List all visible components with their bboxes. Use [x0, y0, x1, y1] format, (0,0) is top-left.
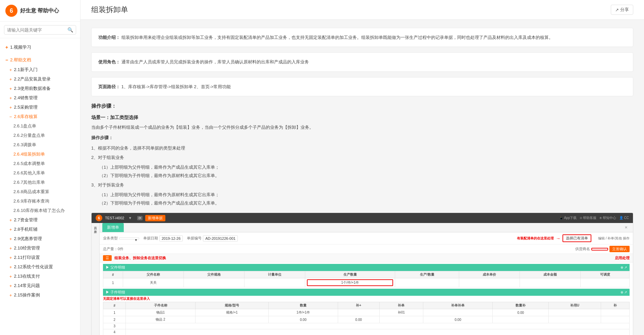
ss-lcell-empty4 [126, 329, 630, 335]
ss-supplier-input[interactable] [591, 248, 608, 250]
scenario1-desc: 当由多个子件材料组装成一个成品的业务为【组装】业务，当由一个父件拆分成多个子产品… [91, 123, 633, 132]
ss-lcol-qty2: 补+ [338, 302, 379, 309]
path-text: 1、库存核算->库存管理->组装拆卸单 2、首页->常用功能 [121, 84, 231, 89]
ss-no-input[interactable]: AD-20191226-001 [203, 235, 238, 241]
ss-lcell-q25 [493, 316, 549, 323]
ss-cell-cost-a [520, 278, 581, 287]
ss-tab-active[interactable]: 新增单 [102, 223, 124, 232]
ss-lower-row-1: 1 物品1 规格/+1 1件/+1件 补01 0.00 [103, 309, 630, 316]
sidebar-leaf-2610[interactable]: 2.6.10库存账本错了怎么办 [0, 206, 80, 215]
plus-icon-22: + [9, 77, 12, 82]
ss-more-btns: 编辑 / 补单/其他 操作 [598, 236, 630, 241]
plus-icon-24: + [9, 96, 12, 101]
share-label: 分享 [620, 7, 629, 13]
sidebar-item-29[interactable]: + 2.9优惠券管理 [0, 234, 80, 243]
ss-toggle-btn[interactable]: ☰ [103, 255, 112, 261]
ss-cell-prod-input[interactable]: 1个/件/+1件 [305, 278, 395, 287]
sidebar-item-215[interactable]: + 2.15操作案例 [0, 290, 80, 300]
sidebar-item-214[interactable]: + 2.14常见问题 [0, 281, 80, 290]
ss-lower-row-2: 2 物品 2 0.00 0.00 0.00 [103, 316, 630, 323]
nav-tree: + 1.视频学习 − 2.帮助文档 + 2.1新手入门 + 2.2产品安装及登录 [0, 38, 80, 335]
scenario1-title: 场景一：加工类型选择 [91, 115, 633, 121]
step-2: 2、对于组装业务 [91, 154, 633, 162]
ss-icons-right: 📱 App下载 ⊙ 帮助客服 ⊕ 帮知中心 👤 CC [559, 216, 629, 220]
dropdown-arrow: ▼ [135, 238, 138, 242]
ss-lcell-n3: 3 [103, 323, 126, 329]
sidebar-item-26[interactable]: − 2.6库存核算 [0, 112, 80, 121]
plus-icon-210: + [9, 246, 12, 251]
role-block: 使用角色： 通常由生产人员或库管人员完成拆装业务的操作，库管人员确认原材料的出库… [91, 52, 633, 71]
search-input[interactable] [7, 27, 67, 33]
sidebar-leaf-266[interactable]: 2.6.6其他入库单 [0, 168, 80, 178]
ss-confirm-btn[interactable]: 立发确认 [609, 246, 630, 252]
sidebar-item-docs-label: 2.帮助文档 [10, 57, 31, 63]
ss-lcell-n2: 2 [103, 316, 126, 323]
sidebar-item-21[interactable]: + 2.1新手入门 [0, 65, 80, 74]
ss-ops-label: 编辑 / 补单/其他 操作 [598, 236, 630, 241]
sidebar-item-211[interactable]: + 2.11打印设置 [0, 253, 80, 262]
sidebar-item-28[interactable]: + 2.8手机旺辅 [0, 225, 80, 234]
sidebar-item-video[interactable]: + 1.视频学习 [0, 42, 80, 52]
ss-new-btn[interactable]: 新增单据 [145, 215, 165, 221]
sidebar-leaf-262[interactable]: 2.6.2分量盘点单 [0, 131, 80, 140]
logo-icon: 6 [5, 5, 17, 17]
sidebar-item-22[interactable]: + 2.2产品安装及登录 [0, 74, 80, 84]
ss-upper-table: # 父件名称 父件规格 计量单位 生产数量 生产/数量 成本单价 成本金额 可调… [103, 271, 630, 287]
ss-lcell-q23 [379, 316, 423, 323]
sidebar-leaf-263[interactable]: 2.6.3调拨单 [0, 140, 80, 150]
sidebar: 6 好生意 帮助中心 🔍 + 1.视频学习 − 2.帮助文档 + 2.1新手入 [0, 0, 80, 335]
ss-col-prod2: 生产/数量 [395, 271, 459, 278]
ss-type-label: 业务类型 [103, 236, 118, 241]
ss-lcell-name1: 物品1 [126, 309, 195, 316]
sidebar-item-docs[interactable]: − 2.帮助文档 [0, 55, 80, 65]
ss-lcell-q1: 1件/+1件 [269, 309, 338, 316]
ss-upper-thead: # 父件名称 父件规格 计量单位 生产数量 生产/数量 成本单价 成本金额 可调… [103, 271, 630, 278]
ss-lcell-q5: 0.00 [493, 309, 549, 316]
ss-lcol-spec: 规格/型号 [195, 302, 269, 309]
ss-col-prod: 生产数量 [305, 271, 395, 278]
ss-body: 自页 新单 新增单 ✕ 业务类型 [92, 223, 633, 335]
ss-lcell-s2 [195, 316, 269, 323]
plus-icon-215: + [9, 293, 12, 298]
ss-upper-row-1: 1 关关 1个/件/+1件 [103, 278, 630, 287]
ss-lower-row-3: 3 [103, 323, 630, 329]
search-box: 🔍 [4, 25, 76, 35]
plus-icon-23: + [9, 86, 12, 91]
ss-qty-label: 总产量：0件 [103, 246, 123, 252]
ss-select-btn[interactable]: 选择已有清单 [562, 234, 591, 242]
sidebar-item-210[interactable]: + 2.10经营管理 [0, 243, 80, 253]
ss-lcell-q4 [423, 309, 493, 316]
sidebar-leaf-268[interactable]: 2.6.8商品成本重算 [0, 187, 80, 197]
sidebar-leaf-261[interactable]: 2.6.1盘点单 [0, 121, 80, 131]
sidebar-item-23[interactable]: + 2.3使用前数据准备 [0, 84, 80, 93]
share-button[interactable]: ↗ 分享 [611, 5, 633, 15]
ss-cell-avail [581, 278, 630, 287]
ss-lcell-q22: 0.00 [338, 316, 379, 323]
sidebar-leaf-269[interactable]: 2.6.9库存账本查询 [0, 197, 80, 206]
path-block: 页面路径： 1、库存核算->库存管理->组装拆卸单 2、首页->常用功能 [91, 77, 633, 96]
sidebar-leaf-265[interactable]: 2.6.5成本调整单 [0, 159, 80, 168]
ss-type-input[interactable]: ▼ [119, 237, 139, 239]
ss-lcell-q27 [601, 316, 629, 323]
search-icon[interactable]: 🔍 [67, 27, 73, 33]
path-label: 页面路径： [98, 84, 120, 89]
plus-icon-28: + [9, 227, 12, 232]
ss-lcol-q3: 补单 [379, 302, 423, 309]
ss-lower-thead-row: # 子件名称 规格/型号 数量 补+ 补单 补单补单 数量补 补用U 补 [103, 302, 630, 309]
sidebar-item-212[interactable]: + 2.12系统个性化设置 [0, 262, 80, 272]
intro-text: 组装拆卸单用来处理企业组装或拆卸等加工业务，支持有固定装配清单的产品加工业务，也… [121, 35, 553, 40]
sidebar-item-213[interactable]: + 2.13在线支付 [0, 272, 80, 281]
ss-lcell-empty3 [126, 323, 630, 329]
sidebar-leaf-264[interactable]: 2.6.4组装拆卸单 [0, 150, 80, 159]
sidebar-item-25[interactable]: + 2.5采购管理 [0, 103, 80, 112]
ss-lcell-q3: 补01 [379, 309, 423, 316]
ss-prod-input-box[interactable]: 1个/件/+1件 [307, 279, 393, 286]
sidebar-leaf-267[interactable]: 2.6.7其他出库单 [0, 178, 80, 187]
ss-upper-header: ▶ 父件明细 ⊕ ↗ [103, 264, 630, 271]
sidebar-item-27[interactable]: + 2.7资金管理 [0, 215, 80, 225]
sidebar-item-24[interactable]: + 2.4销售管理 [0, 93, 80, 103]
ss-date-input[interactable]: 2019-12-26 [159, 235, 183, 241]
ss-cell-name: 关关 [123, 278, 183, 287]
ss-close-btn[interactable]: ✕ [622, 224, 630, 231]
ss-lower-thead: # 子件名称 规格/型号 数量 补+ 补单 补单补单 数量补 补用U 补 [103, 302, 630, 309]
